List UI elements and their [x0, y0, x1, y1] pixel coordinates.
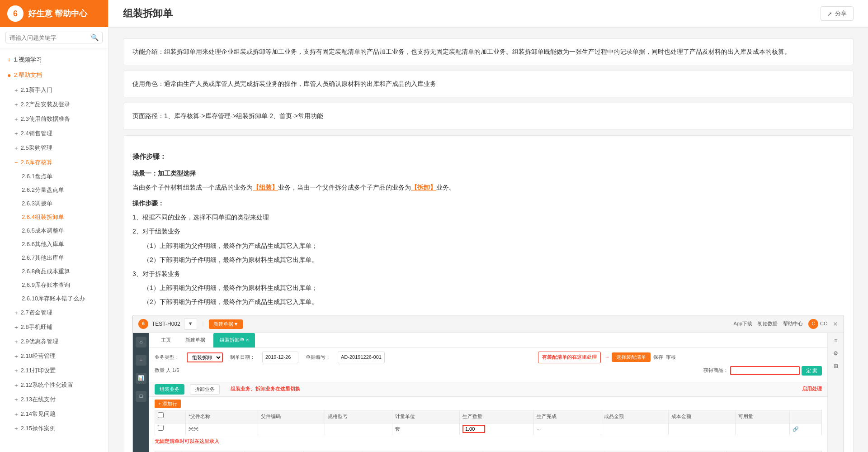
sidebar-item-2-6-10[interactable]: 2.6.10库存账本错了么办 [0, 292, 108, 305]
sidebar-item-docs-label: 2.帮助文档 [14, 71, 42, 79]
expand-icon: + [14, 324, 18, 331]
assemble-btn[interactable]: 组装业务 [155, 384, 184, 395]
confirm-btn[interactable]: 定 案 [802, 366, 822, 376]
close-icon[interactable]: ✕ [833, 319, 838, 330]
expand-icon: + [14, 87, 18, 94]
sidebar-item-2-1[interactable]: + 2.1新手入门 [0, 83, 108, 97]
expand-icon: + [14, 367, 18, 374]
share-label: 分享 [835, 10, 847, 18]
goods-search-input[interactable] [730, 366, 800, 375]
share-button[interactable]: ➚ 分享 [821, 6, 854, 21]
sidebar-header: 6 好生意 帮助中心 [0, 0, 108, 27]
company-name: TEST-H002 [152, 319, 180, 329]
init-data-link[interactable]: 初始数据 [758, 319, 778, 328]
select-all[interactable] [158, 412, 164, 418]
th-parent-code: 父件编码 [258, 410, 325, 423]
sidebar-item-2-6-3[interactable]: 2.6.3调拨单 [0, 197, 108, 210]
sc-chart-icon[interactable]: 📊 [136, 373, 146, 384]
th-action [790, 410, 822, 423]
step3-2: （2）下部明细为子件明细，最终作为产成品生成其它入库单。 [132, 296, 844, 308]
add-row-btn[interactable]: + 添加行 [155, 400, 181, 408]
new-order-btn[interactable]: 新建单据▼ [209, 319, 243, 329]
sc-tab-current[interactable]: 组装拆卸单 × [213, 333, 255, 347]
sc-tab-new[interactable]: 新建单据 [179, 333, 212, 347]
sidebar-item-2-15[interactable]: + 2.15操作案例 [0, 421, 108, 436]
number-value: AD-20191226-001 [338, 352, 385, 363]
user-avatar: C [808, 319, 818, 329]
nav-section-docs: ● 2.帮助文档 + 2.1新手入门 + 2.2产品安装及登录 + 2.3使用前… [0, 67, 108, 436]
annotation-area1: 有装配清单的在这里处理 → 选择装配清单 保存 审核 [392, 352, 822, 363]
sidebar-item-2-2[interactable]: + 2.2产品安装及登录 [0, 97, 108, 112]
sidebar-item-2-6-5[interactable]: 2.6.5成本调整单 [0, 224, 108, 238]
sidebar-item-2-6-1[interactable]: 2.6.1盘点单 [0, 170, 108, 183]
annotation-badge1: 有装配清单的在这里处理 [538, 352, 601, 363]
sc-form-area: 业务类型： 组装拆卸 制单日期： 2019-12-26 单据编号： AD-201… [149, 348, 827, 382]
share-icon: ➚ [827, 10, 832, 17]
sidebar-item-2-13[interactable]: + 2.13在线支付 [0, 392, 108, 407]
sidebar-item-2-6-2[interactable]: 2.6.2分量盘点单 [0, 183, 108, 197]
sidebar-item-2-10[interactable]: + 2.10经营管理 [0, 349, 108, 363]
sidebar-item-2-2-label: 2.2产品安装及登录 [21, 100, 70, 109]
parent-name-cell: 米米 [185, 423, 258, 435]
sc-right-icon-1[interactable]: ≡ [831, 337, 840, 346]
sidebar-item-2-12[interactable]: + 2.12系统个性化设置 [0, 378, 108, 392]
th-parent-name: *父件名称 [185, 410, 258, 423]
user-info: C CC [808, 319, 827, 329]
sidebar-item-2-4[interactable]: + 2.4销售管理 [0, 126, 108, 141]
produce-qty-input[interactable] [462, 425, 485, 433]
row-select[interactable] [158, 425, 164, 431]
sc-list-icon[interactable]: ≡ [136, 355, 146, 366]
sidebar-item-2-6-8[interactable]: 2.6.8商品成本重算 [0, 265, 108, 278]
search-input[interactable] [9, 34, 91, 41]
avail-cell [736, 423, 790, 435]
scenario1-desc: 当由多个子件材料组装成一个成品的业务为【组装】业务，当由一个父件拆分成多个子产品… [132, 182, 844, 193]
sc-tab-home[interactable]: 主页 [155, 333, 177, 347]
count-label: 数量 人 1/6 [155, 366, 179, 375]
step3: 3、对于拆装业务 [132, 268, 844, 280]
sidebar-item-2-11[interactable]: + 2.11打印设置 [0, 363, 108, 378]
date-value: 2019-12-26 [262, 352, 298, 363]
sidebar-item-2-6[interactable]: − 2.6库存核算 [0, 155, 108, 170]
screenshot-body: ⌂ ≡ 📊 □ 主页 新建单据 组装拆卸单 × [133, 333, 844, 452]
sidebar-item-2-3-label: 2.3使用前数据准备 [21, 115, 70, 123]
role-card: 使用角色：通常由生产人员或库管人员完成折装业务的操作，库管人员确认原材料的出库和… [123, 71, 854, 97]
path-card: 页面路径：1、库存核算->库存管理->组装拆卸单 2、首页->常用功能 [123, 103, 854, 129]
sidebar-item-2-6-7[interactable]: 2.6.7其他出库单 [0, 251, 108, 265]
sc-right-icon-2[interactable]: ⚙ [831, 349, 840, 358]
sidebar-item-2-15-label: 2.15操作案例 [21, 424, 56, 433]
select-config-btn[interactable]: 选择装配清单 [612, 352, 651, 362]
help-center-link[interactable]: 帮助中心 [783, 319, 803, 328]
search-icon: 🔍 [91, 34, 99, 41]
sc-box-icon[interactable]: □ [136, 391, 146, 402]
sidebar-item-2-6-label: 2.6库存核算 [21, 158, 52, 167]
step2: 2、对于组装业务 [132, 226, 844, 237]
sidebar-item-2-9[interactable]: + 2.9优惠券管理 [0, 334, 108, 349]
app-download-link[interactable]: App下载 [734, 319, 753, 328]
search-label: 获得商品： [703, 366, 728, 375]
sidebar-item-2-3[interactable]: + 2.3使用前数据准备 [0, 112, 108, 126]
sidebar-item-docs[interactable]: ● 2.帮助文档 [0, 67, 108, 83]
th-unit: 计量单位 [392, 410, 460, 423]
sidebar-item-2-6-9[interactable]: 2.6.9库存账本查询 [0, 278, 108, 292]
nav-section-video: + 1.视频学习 [0, 52, 108, 67]
th-produce-qty: 生产数量 [459, 410, 533, 423]
upper-table-header-row: *父件名称 父件编码 规格型号 计量单位 生产数量 生产完成 成品金额 成本金额 [155, 410, 822, 423]
th-checkbox [155, 410, 186, 423]
company-dropdown[interactable]: ▼ [184, 318, 197, 330]
sidebar-nav: + 1.视频学习 ● 2.帮助文档 + 2.1新手入门 + 2.2产品安装及登录 [0, 48, 108, 452]
sidebar-item-2-6-6[interactable]: 2.6.6其他入库单 [0, 238, 108, 251]
sidebar-item-video[interactable]: + 1.视频学习 [0, 52, 108, 67]
sidebar-item-2-6-4[interactable]: 2.6.4组装拆卸单 [0, 210, 108, 224]
scenario1-title: 场景一：加工类型选择 [132, 168, 844, 179]
sc-home-icon[interactable]: ⌂ [136, 337, 146, 347]
upper-table-row: 米米 套 ··· 🔗 [155, 423, 822, 435]
expand-icon: + [14, 425, 18, 432]
sidebar-item-2-14[interactable]: + 2.14常见问题 [0, 407, 108, 421]
sc-right-icon-3[interactable]: ⊞ [831, 362, 840, 371]
sidebar-item-2-7[interactable]: + 2.7资金管理 [0, 305, 108, 320]
steps-label: 操作步骤： [132, 198, 844, 209]
sidebar-item-2-5[interactable]: + 2.5采购管理 [0, 141, 108, 155]
type-select[interactable]: 组装拆卸 [187, 352, 223, 362]
sidebar-item-2-8[interactable]: + 2.8手机旺铺 [0, 320, 108, 334]
disassemble-btn[interactable]: 拆卸业务 [190, 384, 220, 395]
